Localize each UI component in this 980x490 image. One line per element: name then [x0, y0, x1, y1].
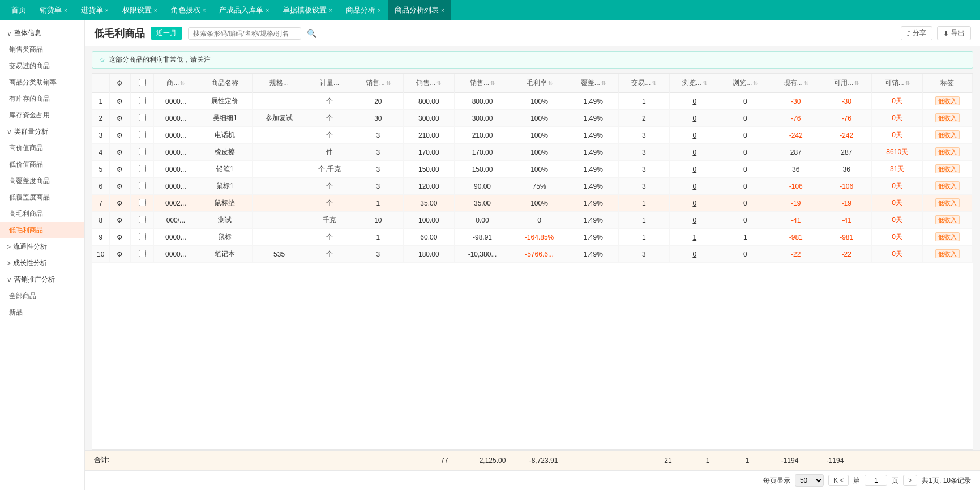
nav-item-角色授权[interactable]: 角色授权 × [164, 0, 213, 20]
cell-code: 0000... [153, 144, 198, 161]
cell-no: 9 [92, 229, 109, 246]
cell-checkbox[interactable] [131, 195, 154, 212]
cell-view1: 0 [669, 161, 720, 178]
next-page-button[interactable]: > [903, 475, 917, 486]
nav-item-商品分析[interactable]: 商品分析 × [339, 0, 388, 20]
nav-close-icon[interactable]: × [203, 7, 206, 14]
page-input[interactable] [865, 475, 887, 486]
sidebar-item-全部商品[interactable]: 全部商品 [0, 288, 84, 304]
cell-settings[interactable]: ⚙ [109, 93, 131, 110]
sidebar-group-类群量分析[interactable]: ∨类群量分析 [0, 123, 84, 140]
sidebar-item-高价值商品[interactable]: 高价值商品 [0, 140, 84, 156]
sidebar-group-流通性分析[interactable]: >流通性分析 [0, 238, 84, 255]
nav-close-icon[interactable]: × [154, 7, 157, 14]
cell-settings[interactable]: ⚙ [109, 246, 131, 263]
cell-gross_margin: 100% [511, 195, 568, 212]
cell-checkbox[interactable] [131, 161, 154, 178]
nav-close-icon[interactable]: × [266, 7, 269, 14]
cell-checkbox[interactable] [131, 178, 154, 195]
cell-checkbox[interactable] [131, 144, 154, 161]
select-all-checkbox[interactable] [139, 79, 146, 86]
cell-checkbox[interactable] [131, 212, 154, 229]
cell-sales_profit: 170.00 [454, 144, 511, 161]
view-link[interactable]: 0 [692, 131, 696, 139]
nav-item-单据模板设置[interactable]: 单据模板设置 × [276, 0, 339, 20]
cell-checkbox[interactable] [131, 229, 154, 246]
nav-item-首页[interactable]: 首页 [5, 0, 33, 20]
total-cell: 1 [727, 457, 767, 465]
sidebar-item-有库存的商品[interactable]: 有库存的商品 [0, 91, 84, 107]
sidebar-group-整体信息[interactable]: ∨整体信息 [0, 25, 84, 41]
nav-item-产成品入库单[interactable]: 产成品入库单 × [212, 0, 276, 20]
search-input[interactable] [188, 27, 301, 40]
cell-spec [252, 212, 306, 229]
search-button[interactable]: 🔍 [307, 29, 316, 38]
nav-item-进货单[interactable]: 进货单 × [74, 0, 115, 20]
cell-saleable-days: 0天 [872, 127, 922, 144]
cell-sales_amount: 800.00 [404, 93, 454, 110]
cell-checkbox[interactable] [131, 127, 154, 144]
notice-bar: ☆ 这部分商品的利润非常低，请关注 [92, 51, 973, 69]
view-link[interactable]: 0 [692, 182, 696, 190]
nav-item-权限设置[interactable]: 权限设置 × [115, 0, 164, 20]
tag-badge: 低收入 [935, 113, 960, 122]
view-link[interactable]: 0 [692, 165, 696, 173]
view-link[interactable]: 0 [692, 216, 696, 224]
sidebar-group-成长性分析[interactable]: >成长性分析 [0, 255, 84, 271]
nav-close-icon[interactable]: × [329, 7, 332, 14]
cell-spec [252, 178, 306, 195]
cell-settings[interactable]: ⚙ [109, 110, 131, 127]
cell-spec [252, 195, 306, 212]
nav-item-商品分析列表[interactable]: 商品分析列表 × [388, 0, 451, 20]
sidebar-item-低毛利商品[interactable]: 低毛利商品 [0, 222, 84, 238]
nav-close-icon[interactable]: × [105, 7, 109, 14]
cell-unit: 个 [306, 229, 353, 246]
cell-checkbox[interactable] [131, 246, 154, 263]
view-link[interactable]: 0 [692, 148, 696, 156]
view-link[interactable]: 0 [692, 199, 696, 207]
view-link[interactable]: 0 [692, 114, 696, 122]
sidebar-item-低价值商品[interactable]: 低价值商品 [0, 156, 84, 173]
cell-settings[interactable]: ⚙ [109, 144, 131, 161]
per-page-select[interactable]: 50 100 [795, 474, 824, 487]
sidebar-item-商品分类助销率[interactable]: 商品分类助销率 [0, 74, 84, 91]
cell-settings[interactable]: ⚙ [109, 212, 131, 229]
view-link[interactable]: 1 [692, 233, 696, 241]
sidebar-item-高覆盖度商品[interactable]: 高覆盖度商品 [0, 173, 84, 189]
sidebar-item-低覆盖度商品[interactable]: 低覆盖度商品 [0, 189, 84, 206]
cell-unit: 个 [306, 110, 353, 127]
col-header-settings[interactable]: ⚙ [109, 74, 131, 93]
share-button[interactable]: ⤴ 分享 [901, 26, 932, 40]
nav-close-icon[interactable]: × [64, 7, 67, 14]
view-link[interactable]: 0 [692, 97, 696, 105]
sidebar-item-高毛利商品[interactable]: 高毛利商品 [0, 206, 84, 222]
cell-checkbox[interactable] [131, 93, 154, 110]
cell-spec [252, 93, 306, 110]
notice-icon: ☆ [99, 56, 105, 64]
cell-settings[interactable]: ⚙ [109, 127, 131, 144]
filter-button[interactable]: 近一月 [151, 27, 182, 40]
col-header-checkbox[interactable] [131, 74, 154, 93]
cell-settings[interactable]: ⚙ [109, 161, 131, 178]
cell-settings[interactable]: ⚙ [109, 195, 131, 212]
sidebar-item-库存资金占用[interactable]: 库存资金占用 [0, 107, 84, 123]
pagination: 每页显示 50 100 K < 第 页 > 共1页, 10条记录 [85, 470, 980, 490]
sidebar-group-营销推广分析[interactable]: ∨营销推广分析 [0, 271, 84, 288]
first-page-button[interactable]: K < [828, 475, 849, 486]
sidebar: ∨整体信息销售类商品交易过的商品商品分类助销率有库存的商品库存资金占用∨类群量分… [0, 20, 85, 490]
col-header-unit: 计量... [306, 74, 353, 93]
cell-settings[interactable]: ⚙ [109, 229, 131, 246]
nav-close-icon[interactable]: × [441, 7, 444, 14]
sidebar-item-交易过的商品[interactable]: 交易过的商品 [0, 58, 84, 74]
cell-available_stock: -76 [821, 110, 871, 127]
export-button[interactable]: ⬇ 导出 [937, 26, 971, 40]
cell-gross_margin: 100% [511, 161, 568, 178]
cell-checkbox[interactable] [131, 110, 154, 127]
sidebar-item-新品[interactable]: 新品 [0, 304, 84, 321]
sidebar-item-销售类商品[interactable]: 销售类商品 [0, 41, 84, 58]
view-link[interactable]: 0 [692, 250, 696, 258]
nav-close-icon[interactable]: × [378, 7, 381, 14]
nav-item-销货单[interactable]: 销货单 × [33, 0, 74, 20]
cell-settings[interactable]: ⚙ [109, 178, 131, 195]
cell-code: 0000... [153, 229, 198, 246]
